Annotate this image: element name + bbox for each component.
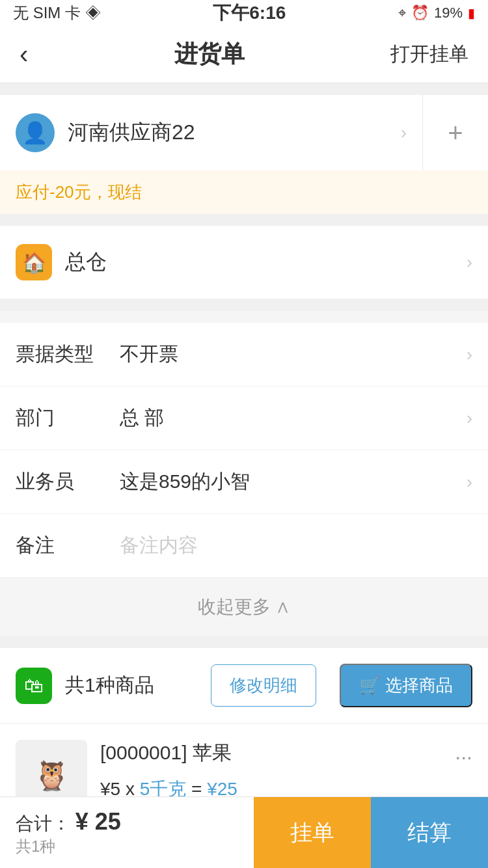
open-pending-button[interactable]: 打开挂单 [390,41,468,68]
form-section: 票据类型 不开票 › 部门 总 部 › 业务员 这是859的小智 › 备注 备注… [0,323,488,578]
product-info: [0000001] 苹果 ¥5 x 5千克 = ¥25 [100,740,442,802]
product-thumb-icon: 🦉 [34,759,70,793]
invoice-type-value: 不开票 [107,341,467,368]
total-row: 合计： ¥ 25 [16,808,238,836]
warehouse-name: 总仓 [65,248,454,277]
department-value: 总 部 [107,405,467,431]
invoice-type-label: 票据类型 [16,341,107,368]
status-right: ⌖ ⏰ 19% ▮ [398,5,475,21]
status-left: 无 SIM 卡 ◈ [13,3,101,23]
status-time: 下午6:16 [213,1,286,25]
battery-icon: ▮ [468,5,475,21]
collapse-bar[interactable]: 收起更多 ∧ [0,578,488,636]
products-header: 🛍 共1种商品 修改明细 🛒 选择商品 [0,648,488,723]
supplier-selector[interactable]: 👤 河南供应商22 › [0,95,423,170]
select-products-label: 选择商品 [385,674,453,697]
cart-icon: 🛒 [359,675,380,696]
department-row[interactable]: 部门 总 部 › [0,387,488,450]
department-label: 部门 [16,405,107,431]
footer-count: 共1种 [16,836,238,857]
products-icon: 🛍 [16,668,52,704]
salesperson-value: 这是859的小智 [107,468,467,495]
total-label: 合计： [16,813,70,834]
supplier-name: 河南供应商22 [68,118,388,147]
status-bar: 无 SIM 卡 ◈ 下午6:16 ⌖ ⏰ 19% ▮ [0,0,488,26]
chevron-right-icon: › [467,408,472,429]
checkout-button[interactable]: 结算 [371,797,488,869]
supplier-avatar: 👤 [16,113,55,152]
salesperson-row[interactable]: 业务员 这是859的小智 › [0,450,488,514]
bag-icon: 🛍 [24,675,44,697]
footer: 合计： ¥ 25 共1种 挂单 结算 [0,796,488,868]
section-divider-1 [0,214,488,226]
remark-label: 备注 [16,532,107,559]
alarm-icon: ⏰ [411,5,429,21]
add-supplier-button[interactable]: + [423,95,488,170]
notice-bar: 应付-20元，现结 [0,170,488,214]
salesperson-label: 业务员 [16,468,107,495]
chevron-right-icon: › [467,252,472,273]
total-amount: ¥ 25 [75,808,121,835]
chevron-right-icon: › [467,344,472,365]
remark-row[interactable]: 备注 备注内容 [0,514,488,578]
edit-details-button[interactable]: 修改明细 [211,664,316,707]
avatar-icon: 👤 [22,120,48,145]
invoice-type-row[interactable]: 票据类型 不开票 › [0,323,488,387]
footer-total: 合计： ¥ 25 共1种 [0,808,254,857]
sim-label: 无 SIM 卡 ◈ [13,3,101,23]
warehouse-row[interactable]: 🏠 总仓 › [0,226,488,299]
remark-input[interactable]: 备注内容 [107,532,472,559]
select-products-button[interactable]: 🛒 选择商品 [340,664,472,707]
top-divider [0,83,488,95]
location-icon: ⌖ [398,5,406,21]
supplier-section: 👤 河南供应商22 › + [0,95,488,170]
product-more-button[interactable]: ··· [455,740,472,769]
warehouse-icon: 🏠 [16,244,52,280]
nav-bar: ‹ 进货单 打开挂单 [0,26,488,83]
back-button[interactable]: ‹ [20,40,28,69]
section-divider-2 [0,299,488,311]
page-title: 进货单 [174,38,245,70]
section-divider-3 [0,636,488,648]
battery-label: 19% [434,5,463,21]
pending-button[interactable]: 挂单 [254,797,371,869]
chevron-right-icon: › [467,472,472,493]
chevron-right-icon: › [401,122,407,143]
products-count: 共1种商品 [65,672,198,699]
product-name: [0000001] 苹果 [100,740,442,766]
